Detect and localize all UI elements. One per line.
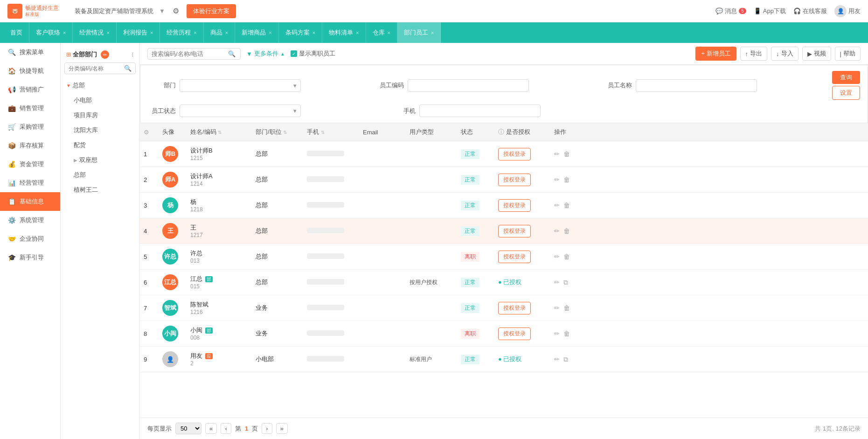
auth-button[interactable]: 授权登录: [498, 148, 531, 160]
first-page-button[interactable]: «: [205, 423, 217, 434]
edit-icon[interactable]: ✏: [554, 150, 560, 158]
edit-icon[interactable]: ✏: [554, 202, 560, 209]
sidebar-item-collab[interactable]: 🤝 企业协同: [0, 230, 60, 248]
search-input[interactable]: [152, 50, 226, 57]
sidebar-item-purchase[interactable]: 🛒 采购管理: [0, 118, 60, 136]
delete-icon[interactable]: 🗑: [563, 330, 570, 337]
query-button[interactable]: 查询: [832, 71, 860, 84]
online-service-item[interactable]: 🎧 在线客服: [793, 7, 827, 15]
dropdown-icon[interactable]: ▼: [159, 7, 165, 14]
edit-icon[interactable]: ✏: [554, 330, 560, 337]
search-icon[interactable]: 🔍: [228, 50, 236, 57]
copy-icon[interactable]: ⧉: [563, 279, 568, 286]
close-icon[interactable]: ×: [388, 30, 390, 35]
edit-icon[interactable]: ✏: [554, 227, 560, 235]
dept-item-shuangzuo[interactable]: ▶ 双座想: [61, 153, 139, 167]
sort-icon[interactable]: ⇅: [218, 130, 222, 135]
close-icon[interactable]: ×: [431, 30, 434, 35]
emp-code-input[interactable]: [408, 79, 529, 92]
tab-goods[interactable]: 商品 ×: [204, 22, 235, 43]
close-icon[interactable]: ×: [63, 30, 66, 35]
tab-department-staff[interactable]: 部门员工 ×: [397, 22, 441, 43]
tab-bom[interactable]: 物料清单 ×: [322, 22, 366, 43]
help-button[interactable]: | 帮助: [835, 47, 861, 61]
more-filter-button[interactable]: ▼ 更多条件 ▲: [246, 49, 285, 58]
delete-icon[interactable]: 🗑: [563, 253, 570, 260]
delete-icon[interactable]: 🗑: [563, 227, 570, 235]
close-icon[interactable]: ×: [269, 30, 271, 35]
sidebar-item-basic-info[interactable]: 📋 基础信息: [0, 192, 60, 211]
tab-profit[interactable]: 利润报告 ×: [117, 22, 160, 43]
sort-icon3[interactable]: ⇅: [321, 130, 325, 135]
sidebar-item-marketing[interactable]: 📢 营销推广: [0, 80, 60, 99]
edit-icon[interactable]: ✏: [554, 279, 560, 286]
auth-button[interactable]: 授权登录: [498, 174, 531, 186]
next-page-button[interactable]: ›: [262, 423, 272, 434]
status-select[interactable]: ▾: [180, 105, 301, 117]
close-icon[interactable]: ×: [194, 30, 196, 35]
close-icon[interactable]: ×: [150, 30, 153, 35]
tab-barcode[interactable]: 条码方案 ×: [279, 22, 322, 43]
delete-icon[interactable]: 🗑: [563, 150, 570, 158]
phone-input[interactable]: [419, 105, 541, 117]
auth-button[interactable]: 授权登录: [498, 199, 531, 212]
prev-page-button[interactable]: ‹: [221, 423, 231, 434]
auth-button[interactable]: 授权登录: [498, 251, 531, 263]
view-button[interactable]: ▶ 视频: [802, 47, 831, 61]
dept-select[interactable]: ▾: [180, 79, 301, 92]
dept-search-input[interactable]: [69, 65, 124, 72]
tab-operation[interactable]: 经营情况 ×: [73, 22, 116, 43]
tab-customer[interactable]: 客户联络 ×: [29, 22, 73, 43]
dept-search-icon[interactable]: 🔍: [124, 65, 132, 72]
export-button[interactable]: ↑ 导出: [740, 47, 768, 61]
user-item[interactable]: 👤 用友: [834, 5, 861, 17]
import-button[interactable]: ↓ 导入: [771, 47, 799, 61]
dept-item-zhishu[interactable]: 植树王二: [61, 182, 139, 197]
tab-history[interactable]: 经营历程 ×: [160, 22, 203, 43]
collapse-icon[interactable]: ⟨: [132, 51, 134, 58]
tab-warehouse[interactable]: 仓库 ×: [366, 22, 397, 43]
delete-icon[interactable]: 🗑: [563, 176, 570, 183]
dept-item-zongbu[interactable]: 总部: [61, 167, 139, 182]
edit-icon[interactable]: ✏: [554, 304, 560, 312]
sort-icon2[interactable]: ⇅: [283, 130, 287, 135]
gear-icon[interactable]: ⚙: [173, 7, 179, 15]
dept-item-projectroom[interactable]: 项目库房: [61, 108, 139, 123]
sidebar-item-guide[interactable]: 🎓 新手引导: [0, 248, 60, 267]
dept-item-general[interactable]: ▼ 总部: [61, 78, 139, 93]
tab-home[interactable]: 首页: [4, 22, 29, 43]
auth-button[interactable]: 授权登录: [498, 225, 531, 237]
sidebar-item-finance[interactable]: 💰 资金管理: [0, 155, 60, 174]
add-employee-button[interactable]: + 新增员工: [695, 47, 736, 61]
dept-item-xiaodibu[interactable]: 小电部: [61, 93, 139, 108]
last-page-button[interactable]: »: [276, 423, 288, 434]
sidebar-item-system[interactable]: ⚙️ 系统管理: [0, 211, 60, 230]
auth-button[interactable]: 授权登录: [498, 328, 531, 340]
settings-icon[interactable]: ⚙: [144, 129, 149, 136]
tab-new-goods[interactable]: 新增商品 ×: [235, 22, 278, 43]
sidebar-item-search[interactable]: 🔍 搜索菜单: [0, 43, 60, 62]
dept-edit-icon[interactable]: ✏: [101, 50, 109, 59]
app-download-item[interactable]: 📱 App下载: [754, 7, 786, 15]
per-page-select[interactable]: 50 20 100: [175, 423, 201, 434]
sidebar-item-sales[interactable]: 💼 销售管理: [0, 99, 60, 118]
message-item[interactable]: 💬 消息 5: [715, 7, 746, 15]
trial-button[interactable]: 体验行业方案: [187, 4, 236, 18]
edit-icon[interactable]: ✏: [554, 355, 560, 363]
sidebar-item-management[interactable]: 📊 经营管理: [0, 174, 60, 192]
edit-icon[interactable]: ✏: [554, 253, 560, 260]
edit-icon[interactable]: ✏: [554, 176, 560, 183]
close-icon[interactable]: ×: [356, 30, 359, 35]
reset-button[interactable]: 设置: [832, 86, 860, 100]
close-icon[interactable]: ×: [225, 30, 228, 35]
show-resigned-toggle[interactable]: ✓ 显示离职员工: [291, 49, 335, 58]
sidebar-item-quicknav[interactable]: 🏠 快捷导航: [0, 62, 60, 80]
close-icon[interactable]: ×: [106, 30, 109, 35]
delete-icon[interactable]: 🗑: [563, 202, 570, 209]
close-icon[interactable]: ×: [312, 30, 315, 35]
auth-button[interactable]: 授权登录: [498, 302, 531, 314]
copy-icon[interactable]: ⧉: [563, 355, 568, 363]
dept-item-distribution[interactable]: 配货: [61, 138, 139, 153]
delete-icon[interactable]: 🗑: [563, 304, 570, 312]
sidebar-item-inventory[interactable]: 📦 库存核算: [0, 136, 60, 155]
